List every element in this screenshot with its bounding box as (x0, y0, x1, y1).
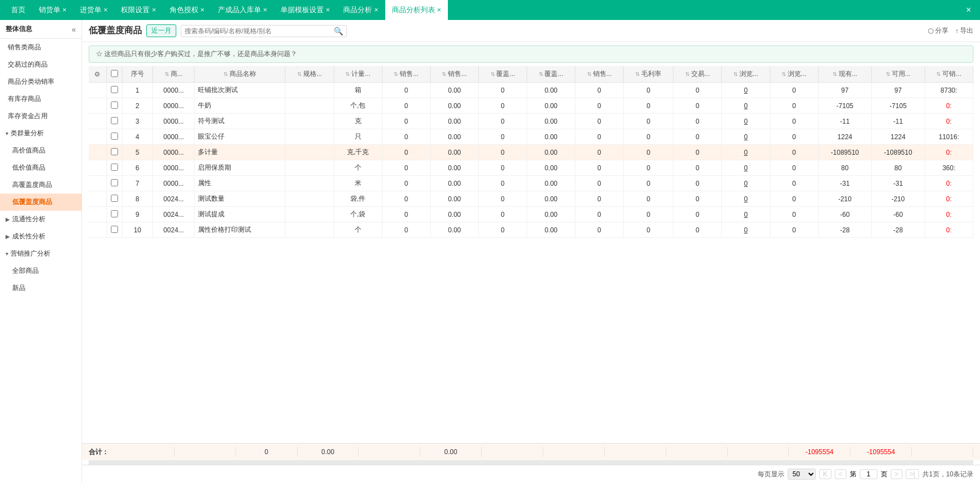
col-sales-count[interactable]: 销售... (575, 66, 624, 83)
cell-browse1[interactable]: 0 (722, 160, 770, 176)
nav-goods-analysis[interactable]: 商品分析 × (336, 0, 385, 20)
col-current[interactable]: 现有... (818, 66, 871, 83)
row-checkbox[interactable] (111, 226, 118, 233)
next-page-button[interactable]: > (891, 469, 902, 479)
data-table-wrapper[interactable]: ⚙ 序号 商... 商品名称 规格... 计量... 销售... 销售... 覆… (89, 66, 973, 443)
cell-browse1[interactable]: 0 (722, 145, 770, 160)
cell-checkbox[interactable] (106, 98, 122, 114)
nav-role[interactable]: 角色授权 × (163, 0, 211, 20)
sidebar-item-all-goods[interactable]: 全部商品 (0, 262, 81, 279)
sidebar-item-high-value[interactable]: 高价值商品 (0, 142, 81, 159)
cell-checkbox[interactable] (106, 145, 122, 160)
cell-sales-qty: 0 (382, 191, 430, 207)
cell-checkbox[interactable] (106, 114, 122, 129)
col-sales-amt[interactable]: 销售... (430, 66, 478, 83)
sidebar-collapse-button[interactable]: « (72, 25, 76, 34)
nav-template[interactable]: 单据模板设置 × (274, 0, 336, 20)
cell-checkbox[interactable] (106, 191, 122, 207)
nav-inventory[interactable]: 产成品入库单 × (211, 0, 274, 20)
cell-sellable: 0: (925, 207, 973, 222)
cell-sales-amt: 0.00 (430, 191, 478, 207)
cell-code: 0000... (153, 160, 195, 176)
cell-browse1[interactable]: 0 (722, 191, 770, 207)
search-icon[interactable]: 🔍 (334, 27, 343, 35)
sidebar-item-sales-goods[interactable]: 销售类商品 (0, 39, 81, 56)
cell-checkbox[interactable] (106, 222, 122, 238)
nav-purchase[interactable]: 进货单 × (73, 0, 114, 20)
sidebar-item-capital[interactable]: 库存资金占用 (0, 108, 81, 125)
cell-browse1[interactable]: 0 (722, 176, 770, 191)
col-cov1[interactable]: 覆盖... (478, 66, 527, 83)
cell-browse1[interactable]: 0 (722, 207, 770, 222)
cell-no: 5 (122, 145, 153, 160)
cell-cov1: 0 (478, 98, 527, 114)
col-transaction[interactable]: 交易... (673, 66, 722, 83)
row-checkbox[interactable] (111, 195, 118, 202)
sidebar-item-high-coverage[interactable]: 高覆盖度商品 (0, 176, 81, 194)
sidebar-group-flow[interactable]: ▶ 流通性分析 (0, 211, 81, 228)
settings-icon[interactable]: ⚙ (94, 70, 100, 78)
cell-checkbox[interactable] (106, 83, 122, 98)
row-checkbox[interactable] (111, 86, 118, 93)
row-checkbox[interactable] (111, 179, 118, 186)
cell-browse1[interactable]: 0 (722, 222, 770, 238)
cell-checkbox[interactable] (106, 176, 122, 191)
cell-checkbox[interactable] (106, 207, 122, 222)
col-sellable[interactable]: 可销... (925, 66, 973, 83)
cell-cov1: 0 (478, 191, 527, 207)
sidebar-item-in-stock[interactable]: 有库存商品 (0, 90, 81, 108)
cell-name: 属性价格打印测试 (195, 222, 285, 238)
first-page-button[interactable]: K (819, 469, 831, 479)
sidebar-group-growth[interactable]: ▶ 成长性分析 (0, 228, 81, 245)
cell-browse1[interactable]: 0 (722, 114, 770, 129)
nav-permission[interactable]: 权限设置 × (114, 0, 162, 20)
filter-period-button[interactable]: 近一月 (146, 24, 176, 37)
cell-checkbox[interactable] (106, 160, 122, 176)
prev-page-button[interactable]: < (835, 469, 846, 479)
share-button[interactable]: ⬡ 分享 (928, 26, 948, 35)
sidebar-item-low-value[interactable]: 低价值商品 (0, 159, 81, 176)
page-number-input[interactable] (860, 469, 877, 479)
col-spec[interactable]: 规格... (285, 66, 334, 83)
footer-current: -1095554 (789, 447, 850, 457)
cell-cov2: 0.00 (527, 114, 575, 129)
col-unit[interactable]: 计量... (334, 66, 382, 83)
sidebar-item-category-rate[interactable]: 商品分类动销率 (0, 73, 81, 90)
sidebar-group-analysis[interactable]: ▾ 类群量分析 (0, 125, 81, 142)
nav-home[interactable]: 首页 (4, 0, 32, 20)
col-browse2[interactable]: 浏览... (770, 66, 818, 83)
sidebar-item-low-coverage[interactable]: 低覆盖度商品 (0, 194, 81, 211)
row-checkbox[interactable] (111, 148, 118, 155)
page-size-select[interactable]: 50 100 200 (788, 469, 816, 480)
sidebar-group-marketing[interactable]: ▾ 营销推广分析 (0, 245, 81, 262)
nav-sales[interactable]: 销货单 × (32, 0, 73, 20)
cell-browse1[interactable]: 0 (722, 129, 770, 145)
col-settings[interactable]: ⚙ (89, 66, 106, 83)
row-checkbox[interactable] (111, 117, 118, 124)
search-input[interactable] (185, 27, 334, 35)
row-checkbox[interactable] (111, 133, 118, 140)
row-checkbox[interactable] (111, 210, 118, 217)
col-code[interactable]: 商... (153, 66, 195, 83)
cell-spec (285, 83, 334, 98)
sidebar-item-traded-goods[interactable]: 交易过的商品 (0, 56, 81, 73)
table-row: 70000...属性米00.0000.0000000-31-310: (89, 176, 973, 191)
window-close-button[interactable]: × (962, 5, 976, 15)
col-cov2[interactable]: 覆盖... (527, 66, 575, 83)
row-checkbox[interactable] (111, 164, 118, 171)
col-sales-qty[interactable]: 销售... (382, 66, 430, 83)
last-page-button[interactable]: >| (906, 469, 919, 479)
horizontal-scrollbar[interactable] (89, 460, 973, 465)
col-gross-rate[interactable]: 毛利率 (624, 66, 673, 83)
cell-browse1[interactable]: 0 (722, 83, 770, 98)
cell-browse1[interactable]: 0 (722, 98, 770, 114)
col-available[interactable]: 可用... (871, 66, 925, 83)
export-button[interactable]: ↑ 导出 (955, 26, 973, 35)
col-browse1[interactable]: 浏览... (722, 66, 770, 83)
select-all-checkbox[interactable] (111, 70, 118, 77)
nav-goods-analysis-list[interactable]: 商品分析列表 × (385, 0, 448, 20)
cell-checkbox[interactable] (106, 129, 122, 145)
col-name[interactable]: 商品名称 (195, 66, 285, 83)
sidebar-item-new-goods[interactable]: 新品 (0, 279, 81, 297)
row-checkbox[interactable] (111, 101, 118, 109)
